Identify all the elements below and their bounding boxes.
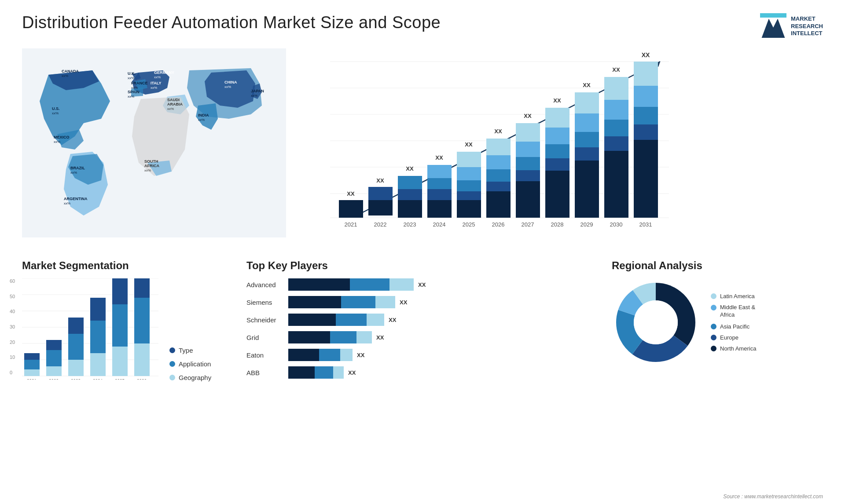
regional-legend-apac: Asia Pacific	[711, 323, 756, 330]
svg-text:XX: XX	[465, 141, 473, 148]
regional-section: Regional Analysis	[612, 259, 823, 381]
svg-rect-77	[516, 142, 540, 157]
svg-rect-130	[90, 353, 106, 376]
svg-rect-47	[368, 187, 393, 200]
svg-text:xx%: xx%	[52, 111, 59, 115]
svg-text:xx%: xx%	[70, 171, 77, 175]
svg-rect-58	[427, 189, 452, 200]
svg-text:xx%: xx%	[144, 168, 151, 172]
svg-rect-120	[24, 353, 40, 360]
world-map-section: CANADA xx% U.S. xx% MEXICO xx% BRAZIL xx…	[22, 48, 286, 251]
svg-rect-70	[486, 155, 511, 169]
regional-legend-europe: Europe	[711, 334, 756, 341]
svg-rect-108	[634, 140, 658, 218]
svg-text:2025: 2025	[115, 379, 125, 380]
svg-text:JAPAN: JAPAN	[251, 89, 264, 93]
legend-type: Type	[169, 347, 211, 354]
svg-rect-107	[634, 124, 658, 140]
svg-text:XX: XX	[435, 154, 443, 161]
svg-text:MEXICO: MEXICO	[54, 135, 70, 139]
svg-text:2030: 2030	[610, 221, 623, 228]
svg-text:INDIA: INDIA	[198, 113, 209, 117]
svg-rect-91	[575, 113, 599, 132]
svg-text:2022: 2022	[49, 379, 59, 380]
svg-text:GERMANY: GERMANY	[154, 70, 174, 75]
player-row-abb: ABB XX	[246, 366, 599, 379]
player-row-siemens: Siemens XX	[246, 296, 599, 308]
page-container: Distribution Feeder Automation Market Si…	[0, 0, 845, 504]
player-row-advanced: Advanced XX	[246, 278, 599, 291]
svg-text:ITALY: ITALY	[151, 81, 162, 85]
donut-chart	[612, 278, 700, 366]
svg-rect-128	[68, 318, 84, 334]
legend-geography: Geography	[169, 374, 211, 381]
source-text: Source : www.marketresearchintellect.com	[723, 493, 823, 500]
svg-text:U.K.: U.K.	[128, 71, 136, 76]
svg-rect-138	[134, 343, 150, 376]
svg-rect-69	[486, 139, 511, 155]
svg-rect-51	[398, 176, 422, 189]
svg-rect-53	[398, 200, 422, 218]
svg-text:U.S.: U.S.	[52, 106, 60, 111]
svg-rect-87	[545, 171, 569, 218]
svg-rect-57	[427, 178, 452, 189]
svg-text:xx%: xx%	[154, 75, 161, 79]
segmentation-title: Market Segmentation	[22, 259, 233, 272]
svg-rect-93	[575, 147, 599, 161]
svg-text:CANADA: CANADA	[62, 69, 79, 73]
svg-rect-135	[112, 304, 128, 347]
legend-application: Application	[169, 360, 211, 368]
svg-text:xx%: xx%	[167, 107, 174, 111]
svg-text:xx%: xx%	[131, 86, 138, 90]
svg-text:2023: 2023	[71, 379, 81, 380]
svg-text:xx%: xx%	[62, 74, 68, 78]
svg-rect-98	[604, 100, 628, 120]
svg-text:2029: 2029	[580, 221, 593, 228]
svg-text:xx%: xx%	[224, 85, 231, 89]
svg-rect-71	[486, 169, 511, 182]
svg-text:xx%: xx%	[198, 118, 205, 122]
player-row-eaton: Eaton XX	[246, 349, 599, 361]
players-title: Top Key Players	[246, 259, 599, 272]
segmentation-section: Market Segmentation 6050403020100	[22, 259, 233, 381]
svg-text:XX: XX	[612, 66, 620, 73]
svg-rect-85	[545, 144, 569, 158]
svg-rect-136	[112, 278, 128, 304]
svg-rect-86	[545, 158, 569, 171]
svg-text:XX: XX	[524, 113, 532, 119]
svg-text:FRANCE: FRANCE	[131, 81, 148, 85]
header: Distribution Feeder Automation Market Si…	[22, 13, 823, 40]
svg-text:2024: 2024	[93, 379, 103, 380]
svg-text:2027: 2027	[522, 221, 534, 228]
svg-rect-124	[46, 340, 62, 350]
svg-rect-118	[24, 369, 40, 376]
svg-text:2023: 2023	[404, 221, 416, 228]
svg-rect-106	[634, 107, 658, 124]
page-title: Distribution Feeder Automation Market Si…	[22, 13, 441, 32]
svg-text:2026: 2026	[137, 379, 147, 380]
player-row-schneider: Schneider XX	[246, 314, 599, 326]
svg-rect-101	[604, 151, 628, 218]
svg-rect-123	[46, 350, 62, 366]
players-section: Top Key Players Advanced XX Siemens	[246, 259, 599, 381]
svg-text:xx%: xx%	[64, 201, 70, 205]
regional-title: Regional Analysis	[612, 259, 823, 272]
svg-rect-94	[575, 161, 599, 218]
svg-text:BRAZIL: BRAZIL	[70, 166, 85, 170]
logo-text: MARKET RESEARCH INTELLECT	[791, 15, 823, 38]
player-row-grid: Grid XX	[246, 331, 599, 343]
svg-rect-119	[24, 360, 40, 369]
svg-text:xx%: xx%	[54, 140, 60, 144]
svg-rect-127	[68, 334, 84, 360]
svg-rect-131	[90, 321, 106, 353]
svg-text:XX: XX	[494, 128, 502, 135]
svg-rect-59	[427, 200, 452, 218]
svg-text:2031: 2031	[639, 221, 652, 228]
svg-rect-99	[604, 120, 628, 136]
svg-rect-48	[368, 200, 393, 215]
svg-text:xx%: xx%	[128, 95, 134, 99]
svg-rect-65	[457, 191, 481, 200]
regional-legend-latin: Latin America	[711, 293, 756, 299]
svg-text:2025: 2025	[463, 221, 475, 228]
seg-chart-svg: 2021 2022 2023	[22, 278, 158, 380]
